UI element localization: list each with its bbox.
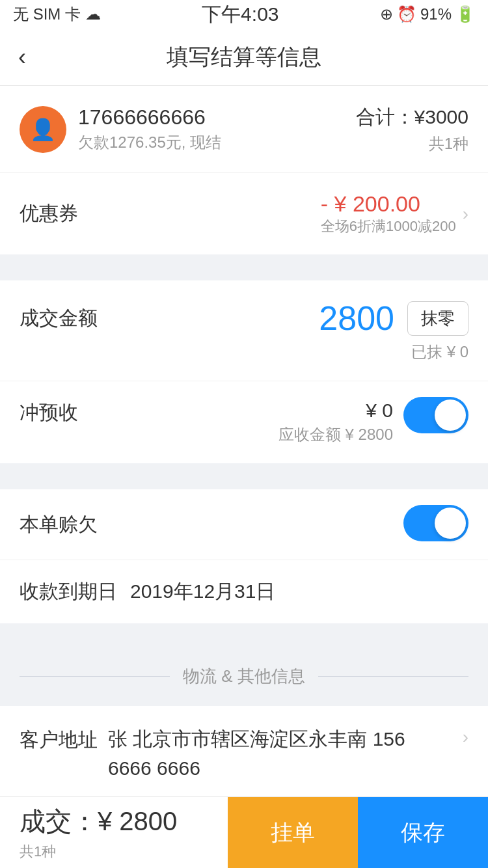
section-gap-1 [0, 267, 488, 280]
prepay-row: 冲预收 ¥ 0 应收金额 ¥ 2800 [0, 381, 488, 463]
bottom-bar: 成交：¥ 2800 共1种 挂单 保存 [0, 796, 488, 868]
section-gap-2 [0, 476, 488, 489]
coupon-amount: - ¥ 200.00 [321, 191, 456, 217]
status-time: 下午4:03 [202, 1, 278, 28]
prepay-label: 冲预收 [20, 400, 78, 426]
bottom-actions: 挂单 保存 [228, 797, 488, 869]
bottom-deal-label: 成交： [20, 807, 98, 835]
deal-sub: 已抹 ¥ 0 [20, 342, 468, 362]
coupon-chevron-icon: › [463, 204, 468, 224]
coupon-label: 优惠券 [20, 200, 78, 227]
address-value: 张 北京市市辖区海淀区永丰南 156 6666 6666 [108, 724, 452, 783]
bottom-deal: 成交：¥ 2800 [20, 804, 208, 839]
user-sub-text: 欠款1276.35元, 现结 [78, 132, 221, 153]
coupon-detail: 全场6折满1000减200 [321, 217, 456, 236]
user-info-section: 👤 17666666666 欠款1276.35元, 现结 合计：¥3000 共1… [0, 86, 488, 254]
user-right: 合计：¥3000 共1种 [356, 104, 468, 154]
user-left: 👤 17666666666 欠款1276.35元, 现结 [20, 105, 221, 153]
toggle-knob [435, 400, 466, 431]
prepay-value-block: ¥ 0 应收金额 ¥ 2800 [278, 400, 393, 445]
status-left: 无 SIM 卡 ☁ [13, 4, 101, 25]
status-bar: 无 SIM 卡 ☁ 下午4:03 ⊕ ⏰ 91% 🔋 [0, 0, 488, 29]
page-title: 填写结算等信息 [167, 42, 321, 72]
debt-toggle-knob [435, 508, 466, 539]
debt-row: 本单赊欠 [0, 489, 488, 560]
divider-line-left [20, 676, 170, 677]
prepay-right: ¥ 0 应收金额 ¥ 2800 [278, 400, 468, 445]
deal-row: 成交金额 2800 抹零 [20, 299, 468, 338]
content: 👤 17666666666 欠款1276.35元, 现结 合计：¥3000 共1… [0, 86, 488, 868]
divider-label: 物流 & 其他信息 [183, 665, 305, 688]
section-gap-3 [0, 636, 488, 649]
deal-value: 2800 [319, 299, 394, 338]
location-icon: ⊕ [380, 5, 393, 23]
deal-label: 成交金额 [20, 305, 98, 332]
coupon-row[interactable]: 优惠券 - ¥ 200.00 全场6折满1000减200 › [0, 172, 488, 254]
avatar-icon: 👤 [30, 117, 56, 142]
save-button[interactable]: 保存 [358, 797, 488, 869]
pending-button[interactable]: 挂单 [228, 797, 358, 869]
battery-text: 91% [420, 5, 452, 23]
user-phone: 17666666666 [78, 105, 221, 129]
debt-toggle[interactable] [403, 505, 468, 541]
bottom-deal-amount: ¥ 2800 [98, 807, 177, 835]
user-details: 17666666666 欠款1276.35元, 现结 [78, 105, 221, 153]
prepay-sub: 应收金额 ¥ 2800 [278, 424, 393, 445]
user-count: 共1种 [356, 133, 468, 154]
logistics-divider: 物流 & 其他信息 [0, 649, 488, 703]
sim-text: 无 SIM 卡 ☁ [13, 4, 101, 25]
status-right: ⊕ ⏰ 91% 🔋 [380, 5, 475, 23]
divider-line-right [318, 676, 468, 677]
due-date-value: 2019年12月31日 [130, 578, 275, 605]
amount-section: 成交金额 2800 抹零 已抹 ¥ 0 冲预收 ¥ 0 应收金额 ¥ 2800 [0, 280, 488, 463]
address-label: 客户地址 [20, 724, 98, 753]
avatar: 👤 [20, 106, 66, 153]
round-button[interactable]: 抹零 [407, 301, 468, 336]
deal-right: 2800 抹零 [319, 299, 468, 338]
coupon-right: - ¥ 200.00 全场6折满1000减200 › [321, 191, 468, 236]
address-chevron-icon: › [463, 724, 468, 748]
battery-icon: 🔋 [455, 5, 475, 23]
back-button[interactable]: ‹ [18, 44, 26, 71]
address-row[interactable]: 客户地址 张 北京市市辖区海淀区永丰南 156 6666 6666 › [0, 706, 488, 801]
due-date-row: 收款到期日 2019年12月31日 [0, 560, 488, 623]
deal-amount-row: 成交金额 2800 抹零 已抹 ¥ 0 [0, 280, 488, 381]
debt-label: 本单赊欠 [20, 511, 98, 538]
bottom-summary: 成交：¥ 2800 共1种 [0, 804, 228, 861]
prepay-toggle[interactable] [403, 397, 468, 433]
user-info-row: 👤 17666666666 欠款1276.35元, 现结 合计：¥3000 共1… [0, 86, 488, 172]
bottom-count: 共1种 [20, 842, 208, 861]
clock-icon: ⏰ [397, 5, 416, 23]
nav-bar: ‹ 填写结算等信息 [0, 29, 488, 86]
prepay-value: ¥ 0 [278, 400, 393, 422]
user-total: 合计：¥3000 [356, 104, 468, 131]
debt-section: 本单赊欠 收款到期日 2019年12月31日 [0, 489, 488, 623]
due-date-label: 收款到期日 [20, 578, 117, 605]
